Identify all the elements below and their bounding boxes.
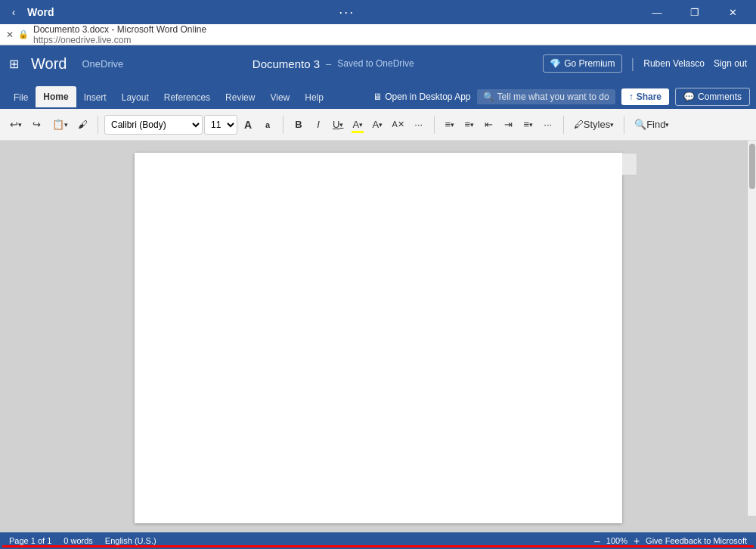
font-color-button[interactable]: A ▾	[368, 114, 386, 135]
header-separator: |	[631, 56, 635, 72]
tab-layout[interactable]: Layout	[114, 86, 156, 109]
open-desktop-button[interactable]: 🖥 Open in Desktop App	[373, 92, 470, 102]
desktop-icon: 🖥	[373, 92, 382, 102]
scrollbar-vertical[interactable]	[747, 141, 756, 516]
sep5	[624, 116, 624, 134]
go-premium-button[interactable]: 💎 Go Premium	[543, 54, 621, 73]
italic-button[interactable]: I	[309, 114, 327, 135]
clipboard-chevron: ▾	[64, 121, 68, 129]
scrollbar-thumb[interactable]	[749, 144, 755, 189]
tab-help[interactable]: Help	[297, 86, 331, 109]
format-group: B I U ▾ A ▾ A ▾ A✕ ···	[290, 114, 428, 135]
redo-button[interactable]: ↪	[27, 114, 45, 135]
waffle-icon[interactable]: ⊞	[9, 57, 19, 71]
styles-button[interactable]: 🖊 Styles ▾	[570, 114, 618, 135]
open-desktop-label: Open in Desktop App	[385, 92, 470, 102]
minimize-button[interactable]: —	[640, 0, 674, 24]
align-button[interactable]: ≡ ▾	[519, 114, 538, 135]
page-count: Page 1 of 1	[9, 536, 51, 545]
share-button[interactable]: ↑ Share	[621, 88, 669, 105]
tell-me-search[interactable]: 🔍 Tell me what you want to do	[477, 89, 615, 104]
tab-review[interactable]: Review	[218, 86, 262, 109]
zoom-level: 100%	[606, 536, 627, 545]
styles-chevron: ▾	[610, 121, 614, 129]
underline-chevron: ▾	[339, 121, 343, 129]
numbering-button[interactable]: ≡ ▾	[460, 114, 479, 135]
onedrive-link[interactable]: OneDrive	[82, 58, 123, 70]
undo-icon: ↩	[10, 119, 18, 130]
clipboard-group: 📋 ▾ 🖌	[48, 114, 91, 135]
close-button[interactable]: ✕	[715, 0, 750, 24]
ribbon-right: 🖥 Open in Desktop App 🔍 Tell me what you…	[331, 88, 750, 109]
dots-menu[interactable]: ···	[339, 5, 355, 20]
undo-button[interactable]: ↩ ▾	[6, 114, 26, 135]
numbering-chevron: ▾	[470, 121, 474, 129]
tab-view[interactable]: View	[262, 86, 297, 109]
underline-button[interactable]: U ▾	[329, 114, 347, 135]
feedback-link[interactable]: Give Feedback to Microsoft	[646, 536, 747, 545]
format-painter-icon: 🖌	[78, 119, 88, 130]
comments-button[interactable]: 💬 Comments	[675, 88, 750, 106]
highlight-color-bar	[352, 131, 364, 133]
back-button[interactable]: ‹	[6, 5, 21, 20]
find-button[interactable]: 🔍 Find ▾	[631, 114, 673, 135]
tab-file[interactable]: File	[6, 86, 36, 109]
app-title: Word	[27, 6, 54, 18]
tab-insert[interactable]: Insert	[76, 86, 114, 109]
document-title-area: Documento 3 – Saved to OneDrive	[132, 57, 534, 70]
language: English (U.S.)	[105, 536, 156, 545]
indent-decrease-button[interactable]: ⇤	[480, 114, 498, 135]
redo-icon: ↪	[33, 119, 41, 130]
url-text: https://onedrive.live.com	[33, 35, 206, 45]
search-icon: 🔍	[483, 92, 494, 102]
font-grow-button[interactable]: A	[239, 114, 257, 135]
word-count: 0 words	[64, 536, 93, 545]
restore-button[interactable]: ❐	[677, 0, 712, 24]
bullets-chevron: ▾	[451, 121, 454, 129]
align-icon: ≡	[523, 119, 529, 130]
sep4	[563, 116, 564, 134]
tab-close-icon[interactable]: ✕	[6, 29, 14, 40]
margin-indicator	[622, 153, 637, 175]
styles-group: 🖊 Styles ▾	[570, 114, 618, 135]
more-format-button[interactable]: ···	[410, 114, 428, 135]
sep1	[98, 116, 98, 134]
bold-button[interactable]: B	[290, 114, 308, 135]
styles-icon: 🖊	[574, 119, 584, 130]
paragraph-group: ≡ ▾ ≡ ▾ ⇤ ⇥ ≡ ▾ ···	[441, 114, 557, 135]
numbering-icon: ≡	[464, 119, 470, 130]
comment-icon: 💬	[683, 92, 695, 102]
tab-references[interactable]: References	[156, 86, 218, 109]
sep3	[434, 116, 435, 134]
clipboard-button[interactable]: 📋 ▾	[48, 114, 72, 135]
align-chevron: ▾	[529, 121, 533, 129]
document-page[interactable]	[135, 153, 622, 523]
header-right: 💎 Go Premium | Ruben Velasco Sign out	[543, 54, 747, 73]
premium-icon: 💎	[550, 58, 561, 69]
highlight-chevron: ▾	[359, 121, 363, 129]
bullets-icon: ≡	[445, 119, 451, 130]
undo-chevron: ▾	[18, 121, 22, 129]
clear-format-button[interactable]: A✕	[388, 114, 407, 135]
bullets-button[interactable]: ≡ ▾	[441, 114, 459, 135]
more-paragraph-button[interactable]: ···	[539, 114, 557, 135]
tab-home[interactable]: Home	[36, 86, 76, 109]
save-status: Saved to OneDrive	[337, 58, 414, 69]
indent-increase-button[interactable]: ⇥	[500, 114, 518, 135]
highlight-button[interactable]: A ▾	[349, 114, 367, 135]
title-bar: ‹ Word ··· — ❐ ✕	[0, 0, 756, 24]
font-shrink-button[interactable]: a	[259, 114, 277, 135]
user-name[interactable]: Ruben Velasco	[643, 58, 705, 69]
format-painter-button[interactable]: 🖌	[73, 114, 91, 135]
indent-decrease-icon: ⇤	[485, 119, 493, 130]
indent-increase-icon: ⇥	[504, 119, 513, 130]
sign-out-button[interactable]: Sign out	[714, 58, 747, 69]
document-area[interactable]	[0, 141, 756, 532]
font-family-select[interactable]: Calibri (Body)	[104, 115, 203, 135]
lock-icon: 🔒	[18, 29, 29, 39]
clipboard-icon: 📋	[52, 119, 64, 130]
font-size-select[interactable]: 11	[204, 115, 237, 135]
undo-redo-group: ↩ ▾ ↪	[6, 114, 45, 135]
font-group: Calibri (Body) 11 A a	[104, 114, 277, 135]
document-title[interactable]: Documento 3	[253, 57, 320, 70]
